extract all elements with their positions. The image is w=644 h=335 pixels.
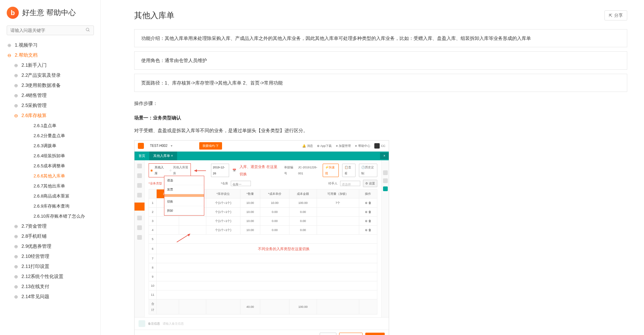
- ss-tool-icon: [383, 170, 388, 175]
- info-box-intro: 功能介绍：其他入库单用来处理除采购入库、产成品入库之外的其他入库业务，因此其他入…: [134, 29, 627, 47]
- nav-2-14[interactable]: ⊕2.14常见问题: [13, 292, 97, 302]
- svg-marker-3: [194, 169, 197, 172]
- ss-radio-icon: ◉: [150, 167, 153, 173]
- minus-icon: ⊖: [7, 53, 12, 58]
- ss-nav-icon: [137, 173, 142, 178]
- sidebar: b 好生意 帮助中心 ⊕ 1.视频学习 ⊖ 2.帮助文档 ⊕2.1新手入门 ⊕2…: [0, 0, 101, 335]
- ss-tab-active: 其他入库单 ×: [149, 152, 177, 160]
- nav-video-learning[interactable]: ⊕ 1.视频学习: [7, 40, 97, 50]
- info-label: 页面路径：: [141, 80, 165, 86]
- nav-2-13[interactable]: ⊕2.13在线支付: [13, 282, 97, 292]
- nav-2-7[interactable]: ⊕2.7资金管理: [13, 221, 97, 231]
- nav-2-6-10[interactable]: 2.6.10库存账本错了怎么办: [20, 211, 97, 221]
- ss-settings-btn: ⚙ 设置: [363, 180, 377, 187]
- ss-nav-icon: [137, 164, 142, 168]
- ss-promo-button: 我要续约-下: [199, 142, 222, 150]
- share-icon: ⇱: [609, 13, 612, 18]
- nav-2-12[interactable]: ⊕2.12系统个性化设置: [13, 272, 97, 282]
- ss-annotation-1: 入库、退货业务 在这里切换: [239, 163, 281, 178]
- nav-2-5[interactable]: ⊕2.5采购管理: [13, 101, 97, 111]
- ss-download-icon: ⊕ App下载: [317, 143, 332, 149]
- svg-point-0: [86, 28, 89, 31]
- ss-nav-icon: [137, 225, 142, 230]
- nav-2-1[interactable]: ⊕2.1新手入门: [13, 60, 97, 70]
- scene1-text: 对于受赠、盘盈或是拆装入库等不同的业务，是通过单据头【业务类型】进行区分。: [134, 126, 627, 135]
- plus-icon: ⊕: [13, 73, 19, 78]
- nav-2-6-1[interactable]: 2.6.1盘点单: [20, 121, 97, 131]
- search-icon[interactable]: [86, 27, 90, 33]
- plus-icon: ⊕: [13, 254, 19, 259]
- ss-manage-icon: ⊕ 加盟管理: [336, 143, 351, 149]
- nav-2-6-4[interactable]: 2.6.4组装拆卸单: [20, 151, 97, 161]
- plus-icon: ⊕: [13, 224, 19, 229]
- nav-2-6-6[interactable]: 2.6.6其他入库单: [20, 171, 97, 181]
- ss-help-icon: ⊕ 帮助中心: [355, 143, 370, 149]
- site-title: 好生意 帮助中心: [22, 8, 76, 18]
- share-button[interactable]: ⇱ 分享: [604, 10, 627, 20]
- ss-nav-icon: [137, 216, 142, 220]
- nav-2-6-7[interactable]: 2.6.7其他出库单: [20, 181, 97, 191]
- nav-2-3[interactable]: ⊕2.3使用前数据准备: [13, 80, 97, 91]
- info-label: 使用角色：: [141, 58, 165, 63]
- plus-icon: ⊕: [13, 234, 19, 239]
- nav-2-6-9[interactable]: 2.6.9库存账本查询: [20, 201, 97, 211]
- ss-date-field: 2019-12-26: [211, 164, 229, 177]
- plus-icon: ⊕: [13, 93, 19, 98]
- plus-icon: ⊕: [13, 103, 19, 108]
- nav-2-6-2[interactable]: 2.6.2分量盘点单: [20, 131, 97, 141]
- ss-close-icon: ×: [380, 153, 389, 159]
- nav-2-10[interactable]: ⊕2.10经营管理: [13, 252, 97, 262]
- plus-icon: ⊕: [13, 83, 19, 88]
- plus-icon: ⊕: [13, 63, 19, 68]
- nav-2-8[interactable]: ⊕2.8手机旺铺: [13, 231, 97, 241]
- ss-nav-icon-active: [135, 203, 145, 211]
- info-box-path: 页面路径：1、库存核算->库存管理->其他入库单 2、首页->常用功能: [134, 74, 627, 92]
- ss-tool-icon-active: [383, 186, 388, 191]
- ss-view-btn: 📋查看: [342, 164, 356, 177]
- ss-quick-btn: ⚡快速填: [323, 164, 339, 177]
- plus-icon: ⊕: [13, 274, 19, 279]
- logo-icon: b: [7, 7, 19, 19]
- info-label: 功能介绍：: [141, 36, 165, 41]
- ss-tab-home: 首页: [135, 152, 149, 160]
- minus-icon: ⊖: [13, 113, 19, 118]
- main-content: 其他入库单 ⇱ 分享 功能介绍：其他入库单用来处理除采购入库、产成品入库之外的其…: [101, 0, 644, 335]
- ss-history-btn: 🕐历史定制: [359, 164, 377, 177]
- search-box: [7, 25, 97, 35]
- nav-2-11[interactable]: ⊕2.11打印设置: [13, 262, 97, 272]
- nav-2-6-3[interactable]: 2.6.3调拨单: [20, 141, 97, 151]
- search-input[interactable]: [7, 25, 94, 35]
- nav-2-9[interactable]: ⊕2.9优惠券管理: [13, 241, 97, 252]
- ss-annotation-2: 不同业务的入库类型在这里切换: [258, 247, 310, 251]
- ss-draft-button: 保存草稿: [339, 333, 363, 335]
- ss-save-button: 保存 ▾: [365, 333, 385, 335]
- logo-row: b 好生意 帮助中心: [7, 7, 97, 19]
- info-box-role: 使用角色：通常由仓管人员维护: [134, 51, 627, 69]
- plus-icon: ⊕: [13, 284, 19, 289]
- ss-logo-icon: [138, 143, 144, 149]
- scene1-title: 场景一：业务类型确认: [134, 113, 627, 122]
- nav-2-6-8[interactable]: 2.6.8商品成本重算: [20, 191, 97, 201]
- nav-2-6[interactable]: ⊖2.6库存核算: [13, 111, 97, 121]
- ss-remark-icon: [139, 320, 145, 327]
- ss-avatar-icon: CC: [374, 143, 385, 149]
- plus-icon: ⊕: [13, 264, 19, 269]
- nav-2-4[interactable]: ⊕2.4销售管理: [13, 91, 97, 101]
- svg-line-1: [89, 31, 90, 32]
- ss-tool-icon: [383, 178, 388, 183]
- ss-nav-icon: [137, 235, 142, 240]
- ss-biz-type-dropdown: 请选 发票 切换 拆卸: [164, 176, 204, 216]
- plus-icon: ⊕: [7, 43, 12, 48]
- ss-cancel-button: 放弃: [320, 333, 336, 335]
- nav-2-2[interactable]: ⊕2.2产品安装及登录: [13, 70, 97, 80]
- nav-help-docs[interactable]: ⊖ 2.帮助文档: [7, 50, 97, 60]
- plus-icon: ⊕: [13, 294, 19, 299]
- embedded-screenshot: TEST-H002 ▾ 我要续约-下 🔔 消息 ⊕ App下载 ⊕ 加盟管理 ⊕…: [134, 140, 389, 335]
- ss-bell-icon: 🔔 消息: [302, 143, 313, 149]
- ss-left-sidebar: [135, 160, 145, 317]
- nav-2-6-5[interactable]: 2.6.5成本调整单: [20, 161, 97, 171]
- ss-type-selector: ◉其他入库 ○其他入库退库: [149, 163, 191, 177]
- ss-right-sidebar: [381, 160, 389, 317]
- plus-icon: ⊕: [13, 244, 19, 249]
- steps-label: 操作步骤：: [134, 99, 627, 108]
